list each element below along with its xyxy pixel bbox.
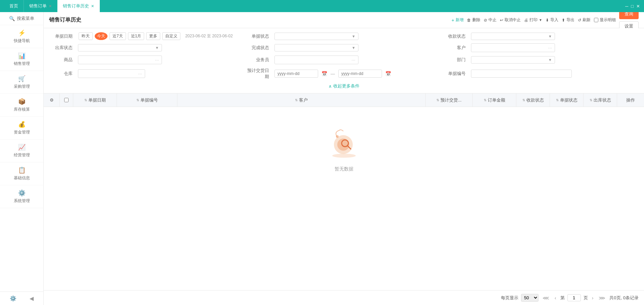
goods-label: 商品	[49, 57, 76, 63]
tab-sales-order[interactable]: 销售订单 ✕	[24, 0, 57, 12]
date-7days[interactable]: 近7天	[110, 32, 126, 40]
warehouse-status-select[interactable]: ▼	[78, 44, 162, 51]
sidebar-item-sales-mgmt[interactable]: 📊 销售管理	[0, 48, 43, 71]
add-button[interactable]: + 新增	[452, 17, 464, 23]
display-cols-checkbox[interactable]	[594, 18, 598, 22]
sidebar-settings-icon[interactable]: ⚙️	[10, 295, 16, 302]
page-number-input[interactable]	[567, 294, 581, 301]
th-amount[interactable]: ⇅ 订单金额	[473, 93, 516, 107]
tab-sales-order-history[interactable]: 销售订单历史 ✕	[57, 0, 100, 12]
th-delivery-label: 预计交货...	[440, 97, 462, 103]
bill-status-label: 单据状态	[246, 33, 272, 39]
purchase-mgmt-icon: 🛒	[18, 75, 26, 82]
customer-dots[interactable]: ···	[548, 45, 552, 50]
sidebar: 🔍 搜索菜单 ⚡ 快捷导航 📊 销售管理 🛒 采购管理 📦 库存核算 💰 资金管…	[0, 12, 44, 305]
tab-sales-order-history-close[interactable]: ✕	[91, 4, 94, 8]
page-nav-prev[interactable]: ‹	[553, 295, 558, 301]
tab-home[interactable]: 首页	[4, 0, 24, 12]
date-yesterday[interactable]: 昨天	[79, 32, 93, 40]
customer-select[interactable]: ···	[471, 43, 555, 52]
date-more[interactable]: 更多	[146, 32, 160, 40]
th-checkbox[interactable]	[60, 93, 73, 107]
complete-status-select[interactable]: ▼	[274, 44, 358, 51]
dept-select[interactable]: ▼	[471, 56, 555, 64]
calendar-from-icon[interactable]: 📅	[321, 71, 327, 76]
delivery-date-to[interactable]	[338, 70, 382, 78]
system-mgmt-icon: ⚙️	[18, 189, 26, 197]
receipt-status-label: 收款状态	[442, 33, 469, 39]
operations-mgmt-icon: 📈	[18, 144, 26, 151]
date-today[interactable]: 今天	[95, 32, 108, 40]
delivery-date-from[interactable]	[274, 70, 318, 78]
date-separator: —	[331, 71, 335, 76]
goods-dots[interactable]: ···	[155, 57, 159, 63]
warehouse-select[interactable]: ···	[78, 69, 145, 78]
collapse-link[interactable]: ∧ 收起更多条件	[49, 83, 639, 89]
th-warehouse-status[interactable]: ⇅ 出库状态	[584, 93, 617, 107]
sidebar-item-system-mgmt[interactable]: ⚙️ 系统管理	[0, 185, 43, 208]
minimize-btn[interactable]: ─	[625, 4, 628, 9]
warehouse-label: 仓库	[49, 71, 76, 77]
goods-select[interactable]: ···	[78, 55, 162, 64]
select-all-checkbox[interactable]	[64, 98, 69, 102]
th-customer[interactable]: ⇅ 客户	[177, 93, 426, 107]
refresh-button[interactable]: ↺ 刷新	[578, 17, 591, 23]
sidebar-item-operations-mgmt[interactable]: 📈 经营管理	[0, 140, 43, 162]
import-label: 导入	[550, 17, 558, 23]
cancel-stop-button[interactable]: ↩ 取消中止	[500, 17, 521, 23]
refresh-icon: ↺	[578, 18, 581, 23]
th-settings[interactable]: ⚙	[44, 93, 60, 107]
delete-button[interactable]: 🗑 删除	[467, 17, 480, 23]
salesperson-select[interactable]: ···	[274, 55, 358, 64]
th-bill-status-label: 单据状态	[560, 97, 577, 103]
sidebar-search[interactable]: 🔍 搜索菜单	[0, 12, 43, 25]
window-close-btn[interactable]: ✕	[636, 4, 640, 9]
bill-status-select[interactable]: ▼	[274, 33, 358, 40]
print-icon: 🖨	[524, 18, 528, 23]
receipt-status-select[interactable]: ▼	[471, 33, 555, 40]
bill-no-label: 单据编号	[442, 71, 469, 77]
salesperson-dots[interactable]: ···	[351, 57, 355, 63]
calendar-to-icon[interactable]: 📅	[385, 71, 391, 76]
print-arrow: ▼	[539, 18, 542, 22]
sidebar-item-purchase-mgmt[interactable]: 🛒 采购管理	[0, 71, 43, 94]
th-receipt-status[interactable]: ⇅ 收款状态	[516, 93, 550, 107]
filter-receipt-status-col: 收款状态 ▼	[442, 33, 639, 40]
filter-date-col: 单据日期 昨天 今天 近7天 近1月 更多 自定义 2023-06-02 至 2…	[49, 32, 246, 40]
sidebar-item-capital-mgmt[interactable]: 💰 资金管理	[0, 117, 43, 140]
page-nav-first[interactable]: ⋘	[541, 295, 551, 301]
bill-no-input[interactable]	[471, 70, 572, 78]
sidebar-item-quick-nav[interactable]: ⚡ 快捷导航	[0, 25, 43, 48]
sidebar-item-inventory[interactable]: 📦 库存核算	[0, 94, 43, 117]
sidebar-item-system-mgmt-label: 系统管理	[14, 198, 30, 204]
query-button[interactable]: 查询	[619, 12, 639, 19]
th-amount-label: 订单金额	[488, 97, 505, 103]
th-delivery[interactable]: ⇅ 预计交货...	[426, 93, 473, 107]
warehouse-dots[interactable]: ···	[138, 71, 142, 76]
th-date[interactable]: ⇅ 单据日期	[73, 93, 117, 107]
export-button[interactable]: ⬆ 导出	[562, 17, 574, 23]
display-cols-toggle[interactable]: 显示明细	[594, 17, 616, 23]
sidebar-item-basic-info[interactable]: 📋 基础信息	[0, 162, 43, 185]
sidebar-item-quick-nav-label: 快捷导航	[14, 38, 30, 44]
th-action: 操作	[617, 93, 644, 107]
th-bill-status[interactable]: ⇅ 单据状态	[550, 93, 584, 107]
stop-button[interactable]: ⊘ 中止	[484, 17, 497, 23]
date-custom[interactable]: 自定义	[162, 32, 180, 40]
page-title: 销售订单历史	[49, 16, 447, 24]
table-header: ⚙ ⇅ 单据日期 ⇅ 单据编号 ⇅ 客户 ⇅	[44, 93, 644, 107]
sidebar-collapse-icon[interactable]: ◀	[30, 295, 34, 302]
tab-sales-order-close[interactable]: ✕	[49, 4, 52, 8]
th-docno[interactable]: ⇅ 单据编号	[117, 93, 177, 107]
print-button[interactable]: 🖨 打印 ▼	[524, 17, 542, 23]
delivery-date-label: 预计交货日期	[246, 68, 272, 80]
page-nav-last[interactable]: ⋙	[597, 295, 607, 301]
import-button[interactable]: ⬇ 导入	[546, 17, 558, 23]
th-customer-label: 客户	[299, 97, 308, 103]
sort-bill-icon: ⇅	[556, 98, 559, 102]
page-nav-next[interactable]: ›	[591, 295, 595, 301]
maximize-btn[interactable]: □	[631, 4, 634, 9]
per-page-select[interactable]: 50 10 20 100	[521, 294, 539, 302]
filter-goods-col: 商品 ···	[49, 55, 246, 64]
date-1month[interactable]: 近1月	[128, 32, 144, 40]
